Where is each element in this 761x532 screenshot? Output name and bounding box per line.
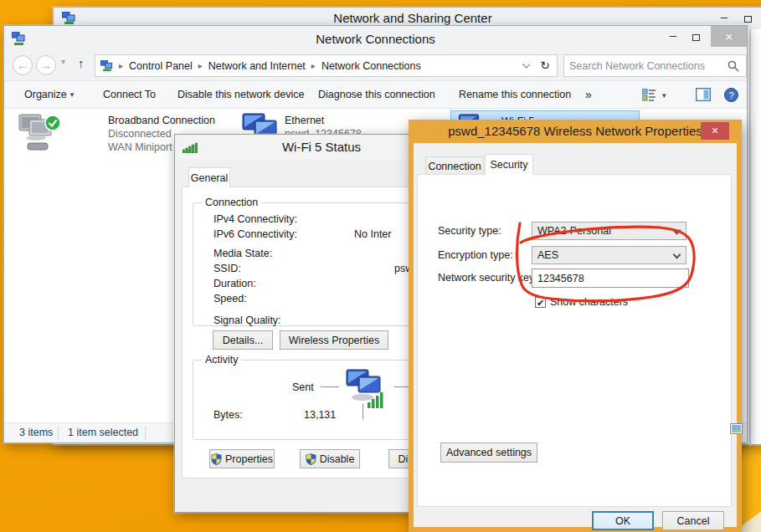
item-name: Ethernet (285, 115, 324, 126)
pd-window-title: pswd_12345678 Wireless Network Propertie… (448, 124, 702, 138)
wireless-properties-dialog: pswd_12345678 Wireless Network Propertie… (409, 120, 742, 532)
search-input[interactable]: Search Network Connections (563, 54, 747, 77)
ipv6-label: IPv6 Connectivity: (213, 228, 297, 240)
back-button[interactable]: ← (13, 55, 33, 75)
disable-device-button[interactable]: Disable this network device (177, 81, 304, 108)
show-characters-checkbox[interactable]: ✔ (535, 297, 546, 308)
nc-close-button[interactable]: × (711, 26, 747, 47)
network-security-key-input[interactable]: 12345678 (532, 269, 689, 288)
network-security-key-label: Network security key (438, 272, 534, 284)
pd-close-button[interactable]: × (701, 122, 729, 140)
ok-button[interactable]: OK (592, 511, 654, 530)
details-button[interactable]: Details... (213, 330, 273, 350)
bytes-label: Bytes: (213, 409, 243, 421)
rename-connection-button[interactable]: Rename this connection (459, 81, 571, 108)
network-app-icon (62, 12, 76, 25)
up-button[interactable]: ↑ (78, 56, 85, 70)
activity-adapter-icon (344, 367, 386, 409)
diagnose-connection-button[interactable]: Diagnose this connection (318, 81, 435, 108)
encryption-type-value: AES (537, 249, 558, 261)
encryption-type-select[interactable]: AES (532, 246, 686, 264)
sent-line (321, 386, 339, 387)
forward-button[interactable]: → (36, 55, 56, 75)
security-type-select[interactable]: WPA2-Personal (532, 222, 686, 240)
nsc-window-title: Network and Sharing Center (333, 11, 491, 25)
duration-label: Duration: (213, 278, 256, 289)
bytes-sent-value: 13,131 (304, 409, 336, 421)
advanced-settings-button[interactable]: Advanced settings (440, 442, 537, 463)
nc-toolbar: Organize ▾ Connect To Disable this netwo… (4, 80, 747, 109)
details-button-label: Details... (223, 335, 264, 346)
sw-disable-label: Disable (320, 453, 355, 465)
crumb-sep-icon: ▸ (119, 61, 123, 70)
wireless-properties-button[interactable]: Wireless Properties (280, 330, 388, 350)
tab-connection[interactable]: Connection (425, 156, 484, 175)
sw-disable-button[interactable]: Disable (300, 449, 360, 468)
activity-group-label: Activity (202, 354, 242, 366)
diagnose-connection-label: Diagnose this connection (318, 89, 435, 100)
sw-properties-label: Properties (225, 453, 273, 465)
uac-shield-icon (306, 453, 316, 465)
network-connections-app-icon (12, 32, 26, 46)
breadcrumb-control-panel[interactable]: Control Panel (129, 60, 193, 72)
security-type-value: WPA2-Personal (537, 225, 611, 237)
nsc-scrollbar[interactable] (749, 29, 751, 446)
tab-general-label: General (191, 172, 228, 184)
cancel-button[interactable]: Cancel (662, 511, 724, 530)
bytes-divider (363, 404, 363, 419)
desktop: { "glyphs": { "minimize": "–", "close": … (0, 0, 761, 532)
preview-pane-icon[interactable] (696, 88, 711, 101)
organize-label: Organize (24, 89, 67, 100)
speed-label: Speed: (213, 293, 247, 304)
security-type-label: Security type: (438, 225, 501, 237)
toolbar-overflow-button[interactable]: » (585, 81, 592, 108)
chevron-down-icon (673, 227, 681, 235)
ipv6-value: No Inter (354, 228, 391, 240)
address-location-icon (100, 60, 114, 72)
view-thumbnails-icon[interactable] (730, 423, 743, 434)
tab-connection-label: Connection (428, 161, 481, 172)
back-icon: ← (17, 59, 28, 72)
change-view-icon[interactable] (642, 89, 656, 101)
connect-to-button[interactable]: Connect To (103, 81, 156, 108)
nc-maximize-button[interactable] (685, 26, 707, 48)
refresh-icon[interactable]: ↻ (540, 59, 550, 72)
encryption-type-label: Encryption type: (438, 249, 513, 261)
search-placeholder: Search Network Connections (569, 60, 705, 72)
breadcrumb-network-and-internet[interactable]: Network and Internet (208, 60, 306, 72)
change-view-caret-icon[interactable]: ▾ (662, 91, 666, 100)
sw-properties-button[interactable]: Properties (209, 449, 275, 468)
list-item-broadband[interactable]: Broadband Connection Disconnected WAN Mi… (14, 111, 198, 156)
breadcrumb-network-connections[interactable]: Network Connections (321, 60, 421, 72)
sent-label: Sent (292, 381, 314, 393)
item-status: Disconnected (108, 128, 172, 140)
ssid-label: SSID: (213, 263, 241, 274)
signal-quality-label: Signal Quality: (213, 315, 281, 326)
address-bar[interactable]: ▸ Control Panel ▸ Network and Internet ▸… (95, 54, 558, 77)
signal-strength-icon (183, 142, 198, 153)
disable-device-label: Disable this network device (177, 89, 304, 100)
nc-titlebar: Network Connections – × (4, 26, 747, 52)
status-selected-count: 1 item selected (68, 427, 138, 438)
status-divider (145, 426, 146, 440)
tab-security[interactable]: Security (485, 154, 533, 175)
nc-window-title: Network Connections (316, 32, 435, 46)
organize-menu-button[interactable]: Organize ▾ (24, 81, 74, 108)
nc-address-row: ← → ▾ ↑ ▸ Control Panel ▸ Network and In… (4, 52, 747, 80)
search-icon[interactable] (728, 60, 739, 72)
crumb-sep-icon: ▸ (311, 61, 316, 70)
address-dropdown-icon[interactable] (522, 60, 530, 68)
ok-button-label: OK (615, 515, 630, 527)
overflow-chevron-icon: » (585, 88, 592, 101)
recent-pages-caret-icon[interactable]: ▾ (61, 57, 65, 66)
uac-shield-icon (211, 453, 222, 465)
crumb-sep-icon: ▸ (198, 61, 203, 70)
pd-titlebar: pswd_12345678 Wireless Network Propertie… (409, 120, 742, 143)
help-icon[interactable]: ? (724, 88, 738, 102)
pd-body: Connection Security Security type: WPA2-… (414, 143, 737, 527)
cancel-button-label: Cancel (677, 515, 710, 527)
nc-minimize-button[interactable]: – (662, 26, 684, 48)
tab-general[interactable]: General (188, 167, 230, 187)
media-state-label: Media State: (213, 248, 272, 259)
broadband-connection-icon (18, 113, 61, 155)
